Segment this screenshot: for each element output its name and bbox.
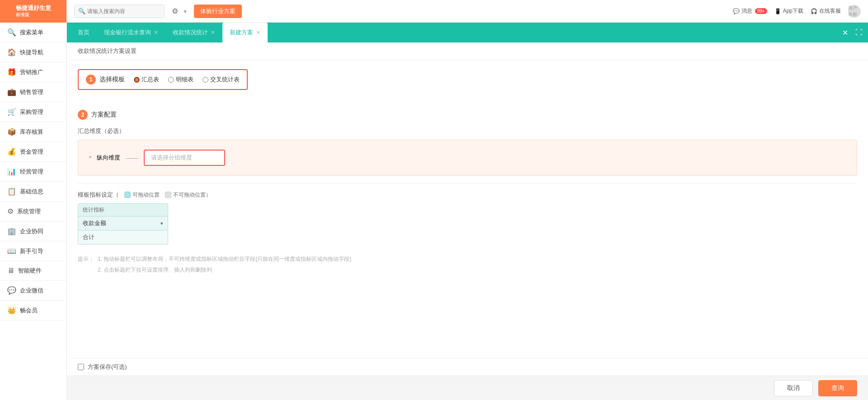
dropdown-icon[interactable]: ▾ [184,8,187,15]
tab-bank-flow-label: 现金银行流水查询 [104,28,151,37]
sidebar-item-quick-nav[interactable]: 🏠 快捷导航 [0,42,66,62]
sidebar-item-search-menu[interactable]: 🔍 搜索菜单 [0,23,66,42]
sidebar-item-wechat[interactable]: 💬 企业微信 [0,281,66,301]
tip-line-2: 提示： 2. 点击标题栏下拉可设置排序、插入列和删除列 [78,264,857,275]
sidebar-item-guide[interactable]: 📖 新手引导 [0,241,66,261]
search-input[interactable] [87,8,160,14]
sidebar-item-label: 系统管理 [17,207,41,216]
arrow-icon: —— [126,154,138,161]
draggable-dot [124,192,131,198]
tabbar-actions: ✕ ⛶ [840,27,864,39]
tab-bank-flow-close-icon[interactable]: ✕ [154,29,158,36]
sidebar-item-label: 销售管理 [20,88,43,96]
close-all-tabs-button[interactable]: ✕ [840,27,850,39]
search-icon: 🔍 [78,8,85,14]
home-icon: 🏠 [7,48,16,56]
sidebar-item-marketing[interactable]: 🎁 营销推广 [0,62,66,82]
dimension-selector[interactable]: 请选择分组维度 [144,150,225,166]
notifications-item[interactable]: 💬 消息 99+ [733,7,767,15]
sidebar-item-label: 资金管理 [20,148,43,156]
tab-home[interactable]: 首页 [71,23,97,42]
monitor-icon: 🖥 [7,267,14,275]
sidebar-item-inventory[interactable]: 📦 库存核算 [0,122,66,142]
breadcrumb-text: 收款情况统计方案设置 [78,47,137,54]
search-menu-icon: 🔍 [7,28,16,37]
breadcrumb: 收款情况统计方案设置 [67,42,868,60]
tab-collection-stats-close-icon[interactable]: ✕ [211,29,215,36]
draggable-legend-label: 可拖动位置 [132,191,160,199]
cancel-button[interactable]: 取消 [774,380,813,396]
sidebar-item-purchase[interactable]: 🛒 采购管理 [0,102,66,122]
radio-cross-input[interactable] [203,77,208,83]
topbar: 🔍 ⚙ ▾ 体验行业方案 💬 消息 99+ 📱 App下载 🎧 在线客服 用户名… [67,0,868,23]
non-draggable-legend-label: 不可拖动位置） [173,191,211,199]
clipboard-icon: 📋 [7,187,16,196]
tab-bank-flow[interactable]: 现金银行流水查询 ✕ [97,23,165,42]
radio-detail-input[interactable] [168,77,174,83]
save-option-bar: 方案保存(可选) [67,358,868,376]
sidebar-item-basic-info[interactable]: 📋 基础信息 [0,182,66,202]
money-icon: 💰 [7,147,16,156]
search-box[interactable]: 🔍 [74,5,165,18]
form-container: 1 选择模板 汇总表 明细表 [67,60,868,358]
metric-item-collection-amount[interactable]: 收款金额 ▾ [78,216,168,231]
download-icon: 📱 [774,8,781,14]
save-checkbox[interactable] [78,364,84,370]
tab-collection-stats-label: 收款情况统计 [173,28,208,37]
expand-tab-button[interactable]: ⛶ [854,27,864,39]
footer-bar: 取消 查询 [67,376,868,400]
sidebar-item-enterprise[interactable]: 🏢 企业协同 [0,221,66,241]
section-divider [78,183,857,184]
section1-number: 1 [86,75,96,85]
tab-collection-stats[interactable]: 收款情况统计 ✕ [165,23,222,42]
sidebar-item-operations[interactable]: 📊 经营管理 [0,162,66,182]
draggable-legend: 可拖动位置 [124,191,160,199]
tab-home-label: 首页 [78,28,90,37]
metrics-grid-category-label: 统计指标 [78,203,168,216]
radio-detail[interactable]: 明细表 [168,75,193,84]
user-avatar[interactable]: 用户名称 [848,5,861,18]
metric-subitem-label: 合计 [83,234,94,240]
download-item[interactable]: 📱 App下载 [774,7,803,15]
section1-title: 选择模板 [99,75,125,84]
sidebar-item-label: 新手引导 [20,247,43,255]
support-item[interactable]: 🎧 在线客服 [811,7,841,15]
tab-new-plan[interactable]: 新建方案 ✕ [222,23,268,42]
non-draggable-dot [165,192,171,198]
sidebar-item-sales[interactable]: 💼 销售管理 [0,82,66,102]
radio-cross[interactable]: 交叉统计表 [203,75,240,84]
sidebar-item-system[interactable]: ⚙ 系统管理 [0,202,66,221]
template-section: 1 选择模板 汇总表 明细表 [78,69,248,90]
metric-settings-label: 模板指标设定（ [78,191,119,199]
metric-item-name: 收款金额 [83,219,160,227]
user-name: 用户名称 [848,5,861,18]
section2-header: 2 方案配置 [78,110,857,120]
settings-icon[interactable]: ⚙ [172,7,178,15]
non-draggable-legend: 不可拖动位置） [165,191,211,199]
sidebar-item-label: 企业协同 [20,227,43,235]
save-label: 方案保存(可选) [88,363,127,371]
vertical-dim-label: 纵向维度 [97,154,120,162]
sidebar-item-finance[interactable]: 💰 资金管理 [0,142,66,162]
dimension-box: * 纵向维度 —— 请选择分组维度 [78,140,857,176]
sidebar-item-smart-hw[interactable]: 🖥 智能硬件 [0,261,66,281]
sidebar-nav: 🔍 搜索菜单 🏠 快捷导航 🎁 营销推广 💼 销售管理 🛒 采购管理 📦 库存核… [0,23,66,400]
crown-icon: 👑 [7,306,16,315]
sidebar-item-label: 营销推广 [20,68,43,76]
chart-icon: 📊 [7,167,16,176]
radio-summary[interactable]: 汇总表 [134,75,159,84]
confirm-button[interactable]: 查询 [818,380,857,396]
sidebar-item-label: 经营管理 [20,168,43,176]
dimension-label: 汇总维度（必选） [78,127,857,135]
radio-summary-input[interactable] [134,77,140,83]
bell-icon: 💬 [733,8,740,14]
tab-new-plan-close-icon[interactable]: ✕ [256,29,260,36]
industry-solution-button[interactable]: 体验行业方案 [194,5,242,18]
chevron-down-icon[interactable]: ▾ [160,221,163,226]
sidebar-item-label: 企业微信 [20,287,43,295]
radio-detail-label: 明细表 [176,75,193,84]
sidebar-item-label: 快捷导航 [20,48,43,56]
sidebar-item-member[interactable]: 👑 畅会员 [0,301,66,320]
tab-new-plan-label: 新建方案 [230,28,253,37]
tabbar: 首页 现金银行流水查询 ✕ 收款情况统计 ✕ 新建方案 ✕ ✕ ⛶ [67,23,868,42]
